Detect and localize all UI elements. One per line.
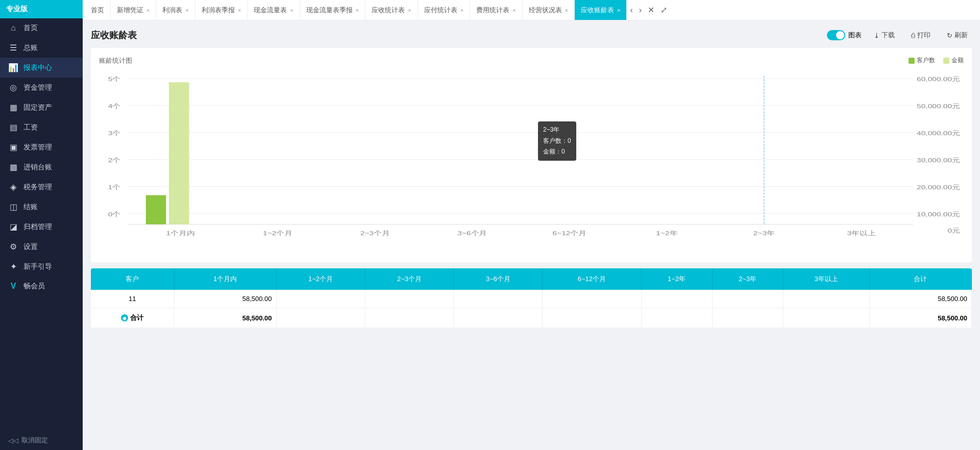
table-header-row: 客户 1个月内 1~2个月 2~3个月 3~6个月 6~12个月 1~2年 2~… bbox=[91, 268, 972, 290]
svg-text:5个: 5个 bbox=[108, 76, 120, 83]
tab-operation-status-close[interactable]: × bbox=[565, 7, 568, 13]
toggle-track[interactable] bbox=[827, 30, 845, 40]
chart-svg: 5个 4个 3个 2个 1个 0个 60,000.00元 50,000.00元 … bbox=[99, 70, 964, 254]
td-total-month1: 58,500.00 bbox=[174, 308, 276, 328]
tab-cashflow[interactable]: 现金流量表 × bbox=[248, 0, 300, 20]
sidebar-item-payroll[interactable]: ▤ 工资 bbox=[0, 117, 83, 137]
sidebar-item-funds[interactable]: ◎ 资金管理 bbox=[0, 78, 83, 97]
refresh-button[interactable]: ↻ 刷新 bbox=[943, 29, 972, 42]
reports-icon: 📊 bbox=[8, 63, 18, 72]
tab-aging-report-close[interactable]: × bbox=[617, 7, 620, 13]
app-logo: 专业版 bbox=[0, 0, 83, 18]
legend-customers-label: 客户数 bbox=[917, 56, 935, 65]
chart-legend: 客户数 金额 bbox=[909, 56, 964, 65]
th-total: 合计 bbox=[869, 268, 971, 290]
refresh-icon: ↻ bbox=[947, 32, 952, 39]
sidebar-item-inventory[interactable]: ▩ 进销台账 bbox=[0, 157, 83, 177]
svg-text:0元: 0元 bbox=[947, 227, 960, 234]
sidebar-item-invoice[interactable]: ▣ 发票管理 bbox=[0, 137, 83, 157]
sidebar-label-archive: 归档管理 bbox=[23, 222, 52, 232]
legend-amount: 金额 bbox=[943, 56, 964, 65]
download-button[interactable]: ⤓ 下载 bbox=[870, 29, 899, 42]
print-label: 打印 bbox=[917, 31, 930, 40]
total-label-text: 合计 bbox=[130, 313, 143, 322]
page-title: 应收账龄表 bbox=[91, 29, 827, 41]
bar-customers-0 bbox=[146, 195, 166, 224]
sidebar-item-home[interactable]: ⌂ 首页 bbox=[0, 18, 83, 38]
tab-profit-quarterly-close[interactable]: × bbox=[238, 7, 241, 13]
chart-toggle[interactable]: 图表 bbox=[827, 30, 862, 40]
unpin-button[interactable]: ◁◁ 取消固定 bbox=[0, 431, 83, 450]
tab-cashflow-close[interactable]: × bbox=[290, 7, 293, 13]
chart-title: 账龄统计图 bbox=[99, 56, 964, 65]
sidebar: 专业版 ⌂ 首页 ☰ 总账 📊 报表中心 ◎ 资金管理 ▦ 固定资产 ▤ 工资 … bbox=[0, 0, 83, 450]
tab-operation-status[interactable]: 经营状况表 × bbox=[523, 0, 575, 20]
td-total-year3plus bbox=[783, 308, 869, 328]
tab-profit-close[interactable]: × bbox=[185, 7, 188, 13]
td-month612 bbox=[543, 290, 641, 308]
tab-voucher-label: 新增凭证 bbox=[117, 6, 143, 15]
bar-amount-0 bbox=[169, 82, 189, 224]
th-month612: 6~12个月 bbox=[543, 268, 641, 290]
svg-text:3年以上: 3年以上 bbox=[847, 230, 875, 237]
sidebar-item-tax[interactable]: ◈ 税务管理 bbox=[0, 177, 83, 197]
tab-cashflow-quarterly[interactable]: 现金流量表季报 × bbox=[300, 0, 365, 20]
tab-bar: 首页 新增凭证 × 利润表 × 利润表季报 × 现金流量表 × 现金流量表季报 … bbox=[83, 0, 980, 20]
download-label: 下载 bbox=[881, 31, 895, 40]
tab-home[interactable]: 首页 bbox=[85, 0, 111, 20]
td-year3plus bbox=[783, 290, 869, 308]
page-header: 应收账龄表 图表 ⤓ 下载 ⎙ 打印 ↻ 刷新 bbox=[91, 29, 972, 42]
sidebar-item-reports[interactable]: 📊 报表中心 bbox=[0, 58, 83, 78]
sidebar-label-reports: 报表中心 bbox=[23, 63, 52, 72]
tab-next-btn[interactable]: › bbox=[636, 0, 645, 20]
tab-prev-btn[interactable]: ‹ bbox=[627, 0, 635, 20]
td-year12 bbox=[641, 290, 712, 308]
sidebar-item-ledger[interactable]: ☰ 总账 bbox=[0, 38, 83, 58]
td-total-month12 bbox=[276, 308, 365, 328]
th-customer: 客户 bbox=[91, 268, 174, 290]
sidebar-item-closing[interactable]: ◫ 结账 bbox=[0, 197, 83, 217]
print-button[interactable]: ⎙ 打印 bbox=[907, 29, 935, 42]
th-month23: 2~3个月 bbox=[365, 268, 454, 290]
tab-expense-stats-close[interactable]: × bbox=[512, 7, 516, 13]
tab-aging-report[interactable]: 应收账龄表 × bbox=[575, 0, 627, 20]
home-icon: ⌂ bbox=[8, 23, 18, 33]
tab-receivable-stats-close[interactable]: × bbox=[408, 7, 411, 13]
tab-close-all-btn[interactable]: ✕ bbox=[645, 0, 657, 20]
th-month36: 3~6个月 bbox=[454, 268, 543, 290]
sidebar-item-member[interactable]: V 畅会员 bbox=[0, 277, 83, 296]
sidebar-item-archive[interactable]: ◪ 归档管理 bbox=[0, 217, 83, 237]
tab-profit[interactable]: 利润表 × bbox=[156, 0, 195, 20]
td-month12 bbox=[276, 290, 365, 308]
tab-payable-stats-close[interactable]: × bbox=[460, 7, 463, 13]
sidebar-item-settings[interactable]: ⚙ 设置 bbox=[0, 237, 83, 257]
tab-expense-stats[interactable]: 费用统计表 × bbox=[470, 0, 522, 20]
total-icon: ◈ bbox=[121, 314, 128, 321]
tab-profit-quarterly[interactable]: 利润表季报 × bbox=[195, 0, 248, 20]
tab-cashflow-quarterly-close[interactable]: × bbox=[356, 7, 359, 13]
svg-text:1~2年: 1~2年 bbox=[656, 230, 677, 237]
tab-receivable-stats-label: 应收统计表 bbox=[372, 6, 405, 15]
svg-text:2~3个月: 2~3个月 bbox=[360, 230, 390, 237]
chart-area: 5个 4个 3个 2个 1个 0个 60,000.00元 50,000.00元 … bbox=[99, 70, 964, 254]
tab-receivable-stats[interactable]: 应收统计表 × bbox=[365, 0, 418, 20]
td-total-month36 bbox=[454, 308, 543, 328]
svg-text:6~12个月: 6~12个月 bbox=[552, 230, 586, 237]
svg-text:2个: 2个 bbox=[108, 157, 120, 164]
unpin-label: 取消固定 bbox=[21, 436, 48, 445]
table-total-row: ◈ 合计 58,500.00 58,500.00 bbox=[91, 308, 972, 328]
svg-text:30,000.00元: 30,000.00元 bbox=[917, 157, 960, 164]
closing-icon: ◫ bbox=[8, 202, 18, 212]
sidebar-item-assets[interactable]: ▦ 固定资产 bbox=[0, 97, 83, 117]
svg-text:10,000.00元: 10,000.00元 bbox=[917, 211, 960, 218]
sidebar-label-tax: 税务管理 bbox=[23, 183, 52, 192]
tab-voucher-close[interactable]: × bbox=[146, 7, 150, 13]
tab-payable-stats[interactable]: 应付统计表 × bbox=[418, 0, 470, 20]
tab-maximize-btn[interactable]: ⤢ bbox=[657, 0, 670, 20]
tab-voucher[interactable]: 新增凭证 × bbox=[111, 0, 156, 20]
tab-expense-stats-label: 费用统计表 bbox=[476, 6, 509, 15]
th-year23: 2~3年 bbox=[712, 268, 783, 290]
data-table: 客户 1个月内 1~2个月 2~3个月 3~6个月 6~12个月 1~2年 2~… bbox=[91, 268, 972, 328]
sidebar-item-guide[interactable]: ✦ 新手引导 bbox=[0, 257, 83, 277]
table-row: 11 58,500.00 58,500.00 bbox=[91, 290, 972, 308]
